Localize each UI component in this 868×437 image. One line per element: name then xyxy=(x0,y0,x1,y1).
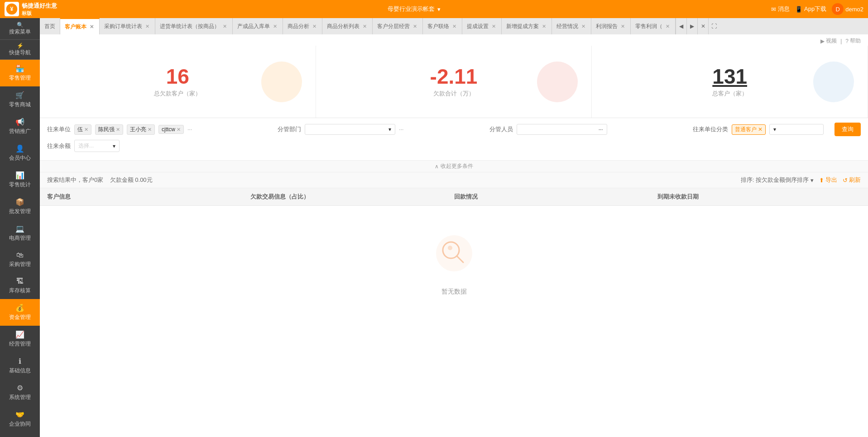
tab-label-7: 客户分层经营 xyxy=(377,23,410,30)
sidebar-item-8[interactable]: 🏗 库存核算 xyxy=(0,273,40,299)
sidebar-item-13[interactable]: 🤝 企业协同 xyxy=(0,406,40,432)
tab-6[interactable]: 商品分析列表✕ xyxy=(322,18,373,34)
dept-dropdown-icon: ▾ xyxy=(388,126,391,133)
tab-expand[interactable]: ⛶ xyxy=(708,18,719,34)
tab-close-5[interactable]: ✕ xyxy=(311,23,317,29)
category-tag-close[interactable]: ✕ xyxy=(758,126,762,133)
category-select[interactable]: ▾ xyxy=(769,124,824,135)
category-tag[interactable]: 普通客户 ✕ xyxy=(732,124,766,135)
account-selector[interactable]: 母婴行业演示帐套 ▾ xyxy=(388,5,441,13)
tab-close-13[interactable]: ✕ xyxy=(664,23,671,29)
sidebar-item-1[interactable]: 🛒 零售商城 xyxy=(0,86,40,113)
filter-tag-chen[interactable]: 陈民强 ✕ xyxy=(95,124,123,135)
tab-2[interactable]: 采购订单统计表✕ xyxy=(100,18,155,34)
sidebar: 🔍 搜索菜单 ⚡ 快捷导航 🏪 零售管理 🛒 零售商城 📢 营销推广 👤 会员中… xyxy=(0,18,40,437)
sidebar-item-7[interactable]: 🛍 采购管理 xyxy=(0,247,40,273)
tab-nav-prev[interactable]: ◀ xyxy=(676,18,686,34)
sidebar-item-10[interactable]: 📈 经营管理 xyxy=(0,326,40,352)
tab-close-10[interactable]: ✕ xyxy=(541,23,547,29)
sort-button[interactable]: 排序: 按欠款金额倒序排序 ▾ xyxy=(741,176,814,184)
filter-tag-wu-close[interactable]: ✕ xyxy=(84,127,88,133)
category-tag-text: 普通客户 xyxy=(735,126,757,133)
refresh-icon: ↺ xyxy=(843,177,848,184)
user-menu[interactable]: D demo2 xyxy=(832,3,863,15)
filter-more-units[interactable]: ··· xyxy=(187,126,192,133)
tab-label-2: 采购订单统计表 xyxy=(104,23,142,30)
tab-13[interactable]: 零售利润（✕ xyxy=(631,18,676,34)
sidebar-item-14[interactable]: 🔰 新手引导 xyxy=(0,432,40,437)
sort-label: 排序: 按欠款金额倒序排序 xyxy=(741,176,809,184)
table-header: 客户信息 欠款交易信息（占比） 回款情况 到期未收款日期 xyxy=(40,188,868,206)
nav-icon: ⚡ xyxy=(17,43,24,49)
video-help-link[interactable]: ▶ 视频 xyxy=(820,37,837,45)
sidebar-item-icon-8: 🏗 xyxy=(16,277,24,285)
tab-label-11: 经营情况 xyxy=(556,23,578,30)
tab-close-7[interactable]: ✕ xyxy=(412,23,418,29)
filter-more-dept[interactable]: ··· xyxy=(399,126,403,133)
sidebar-item-11[interactable]: ℹ 基础信息 xyxy=(0,352,40,379)
sidebar-search[interactable]: 🔍 搜索菜单 xyxy=(0,18,40,40)
app-download-button[interactable]: 📱 App下载 xyxy=(795,5,826,13)
tab-close-12[interactable]: ✕ xyxy=(619,23,626,29)
filter-tag-wang[interactable]: 王小亮 ✕ xyxy=(127,124,155,135)
tab-label-0: 首页 xyxy=(44,23,55,30)
filter-tag-chen-text: 陈民强 xyxy=(98,126,115,133)
tab-4[interactable]: 产成品入库单✕ xyxy=(233,18,283,34)
tab-3[interactable]: 进货单统计表（按商品）✕ xyxy=(155,18,233,34)
collapse-button[interactable]: ∧ 收起更多条件 xyxy=(435,162,473,170)
tab-9[interactable]: 提成设置✕ xyxy=(462,18,502,34)
sidebar-item-6[interactable]: 💻 电商管理 xyxy=(0,220,40,247)
tab-close-3[interactable]: ✕ xyxy=(221,23,228,29)
sidebar-item-4[interactable]: 📊 零售统计 xyxy=(0,166,40,193)
filter-tag-wang-close[interactable]: ✕ xyxy=(148,127,152,133)
tab-close-2[interactable]: ✕ xyxy=(144,23,150,29)
dept-select[interactable]: ▾ xyxy=(305,124,395,135)
sidebar-item-12[interactable]: ⚙ 系统管理 xyxy=(0,379,40,406)
sidebar-item-icon-9: 💰 xyxy=(15,304,24,312)
filter-tag-chen-close[interactable]: ✕ xyxy=(116,127,120,133)
sidebar-item-label-10: 经营管理 xyxy=(9,340,31,348)
stat-card-customers: 16 总欠款客户（家） xyxy=(40,46,316,118)
sidebar-item-3[interactable]: 👤 会员中心 xyxy=(0,140,40,166)
tab-close-all[interactable]: ✕ xyxy=(697,18,708,34)
tab-10[interactable]: 新增提成方案✕ xyxy=(502,18,552,34)
filter-tag-wu[interactable]: 伍 ✕ xyxy=(74,124,91,135)
tab-0[interactable]: 首页 xyxy=(40,18,60,34)
tab-11[interactable]: 经营情况✕ xyxy=(552,18,591,34)
tab-close-11[interactable]: ✕ xyxy=(580,23,586,29)
tab-bar: 首页客户账本✕采购订单统计表✕进货单统计表（按商品）✕产成品入库单✕商品分析✕商… xyxy=(40,18,868,34)
message-icon: ✉ xyxy=(771,6,776,13)
tab-12[interactable]: 利润报告✕ xyxy=(591,18,631,34)
person-select[interactable]: ··· xyxy=(517,124,607,135)
tab-1[interactable]: 客户账本✕ xyxy=(60,18,100,34)
sidebar-item-0[interactable]: 🏪 零售管理 xyxy=(0,60,40,86)
tab-label-13: 零售利润（ xyxy=(635,23,662,30)
tab-close-6[interactable]: ✕ xyxy=(361,23,368,29)
refresh-button[interactable]: ↺ 刷新 xyxy=(843,176,861,184)
sidebar-item-2[interactable]: 📢 营销推广 xyxy=(0,113,40,140)
tab-close-4[interactable]: ✕ xyxy=(272,23,278,29)
balance-select[interactable]: 选择... ▾ xyxy=(74,140,120,152)
tab-7[interactable]: 客户分层经营✕ xyxy=(373,18,423,34)
sidebar-item-label-3: 会员中心 xyxy=(9,154,31,162)
stat-bg-3 xyxy=(813,62,854,102)
filter-tag-cjttcw[interactable]: cjttcw ✕ xyxy=(158,125,184,134)
message-button[interactable]: ✉ 消息 xyxy=(771,5,790,13)
sidebar-item-9[interactable]: 💰 资金管理 xyxy=(0,299,40,326)
export-button[interactable]: ⬆ 导出 xyxy=(819,176,837,184)
tab-close-9[interactable]: ✕ xyxy=(490,23,497,29)
sidebar-item-5[interactable]: 📦 批发管理 xyxy=(0,193,40,220)
tab-5[interactable]: 商品分析✕ xyxy=(283,18,322,34)
query-button[interactable]: 查询 xyxy=(834,123,861,136)
tab-close-8[interactable]: ✕ xyxy=(451,23,457,29)
tab-nav-next[interactable]: ▶ xyxy=(686,18,697,34)
tab-close-1[interactable]: ✕ xyxy=(88,24,95,30)
sidebar-item-label-5: 批发管理 xyxy=(9,208,31,215)
help-link[interactable]: ? 帮助 xyxy=(845,37,861,45)
sidebar-quick-nav[interactable]: ⚡ 快捷导航 xyxy=(0,40,40,60)
account-name: 母婴行业演示帐套 xyxy=(388,5,435,13)
filter-tag-cjttcw-close[interactable]: ✕ xyxy=(177,127,181,133)
sidebar-item-label-4: 零售统计 xyxy=(9,181,31,189)
collapse-row[interactable]: ∧ 收起更多条件 xyxy=(40,161,868,172)
tab-8[interactable]: 客户联络✕ xyxy=(423,18,462,34)
